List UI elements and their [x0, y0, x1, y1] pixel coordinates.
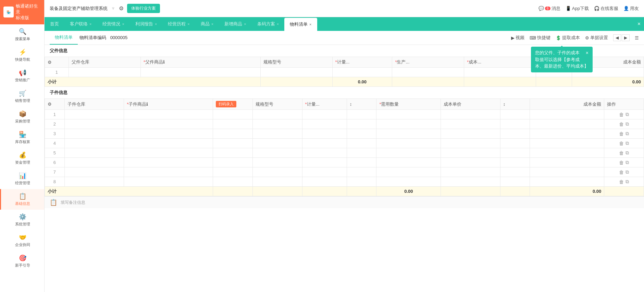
child-row-8-unit[interactable] — [302, 177, 347, 187]
child-row-8-goods[interactable] — [124, 177, 213, 187]
tab-bar-close-btn[interactable]: × — [634, 17, 644, 31]
child-row-7-warehouse[interactable] — [64, 167, 124, 177]
child-row-6-goods[interactable] — [124, 158, 213, 167]
child-row-1-spec[interactable] — [253, 110, 302, 119]
copy-icon[interactable]: ⧉ — [626, 121, 629, 127]
delete-icon[interactable]: 🗑 — [619, 179, 624, 185]
child-row-1-quantity[interactable] — [376, 110, 441, 119]
child-row-7-goods[interactable] — [124, 167, 213, 177]
toolbar-cost[interactable]: 💲 提取成本 — [556, 35, 580, 41]
tab-barcode[interactable]: 条码方案 × — [252, 17, 284, 31]
nav-prev-btn[interactable]: ◀ — [613, 34, 621, 41]
try-btn[interactable]: 体验行业方案 — [127, 4, 160, 13]
child-row-3-warehouse[interactable] — [64, 129, 124, 139]
child-row-4-spec[interactable] — [253, 139, 302, 148]
customer-service-action[interactable]: 🎧 在线客服 — [594, 5, 618, 12]
child-row-6-unit-cost[interactable] — [441, 158, 500, 167]
copy-icon[interactable]: ⧉ — [626, 140, 629, 146]
child-row-8-unit-cost[interactable] — [441, 177, 500, 187]
sub-tab-bom-list[interactable]: 物料清单 — [50, 31, 78, 45]
child-row-1-warehouse[interactable] — [64, 110, 124, 119]
parent-row-1-spec[interactable] — [260, 68, 332, 77]
delete-icon[interactable]: 🗑 — [619, 160, 624, 165]
tab-operation-status-close[interactable]: × — [122, 22, 124, 26]
child-row-1-unit[interactable] — [302, 110, 347, 119]
tab-operation-status[interactable]: 经营情况 × — [97, 17, 129, 31]
child-row-5-unit[interactable] — [302, 148, 347, 158]
parent-row-1-warehouse[interactable] — [69, 68, 140, 77]
delete-icon[interactable]: 🗑 — [619, 131, 624, 137]
child-row-3-unit-cost[interactable] — [441, 129, 500, 139]
tab-bom-close[interactable]: × — [309, 22, 311, 26]
child-row-5-warehouse[interactable] — [64, 148, 124, 158]
tab-profit[interactable]: 利润报告 × — [130, 17, 162, 31]
child-row-4-unit[interactable] — [302, 139, 347, 148]
sidebar-item-basic[interactable]: 📋 基础信息 — [0, 189, 44, 210]
child-row-6-spec[interactable] — [253, 158, 302, 167]
copy-icon[interactable]: ⧉ — [626, 179, 629, 185]
nav-next-btn[interactable]: ▶ — [622, 34, 630, 41]
child-row-4-quantity[interactable] — [376, 139, 441, 148]
sidebar-item-nav[interactable]: ⚡ 快捷导航 — [0, 45, 44, 66]
child-row-8-spec[interactable] — [253, 177, 302, 187]
child-row-5-goods[interactable] — [124, 148, 213, 158]
copy-icon[interactable]: ⧉ — [626, 169, 629, 175]
child-row-5-quantity[interactable] — [376, 148, 441, 158]
user-action[interactable]: 👤 用友 — [623, 5, 639, 12]
child-row-7-unit-cost[interactable] — [441, 167, 500, 177]
child-row-5-unit-cost[interactable] — [441, 148, 500, 158]
sidebar-item-operation[interactable]: 📊 经营管理 — [0, 168, 44, 189]
sidebar-item-collab[interactable]: 🤝 企业协同 — [0, 230, 44, 251]
scan-btn[interactable]: 扫码录入 — [216, 101, 236, 107]
parent-row-1-unit[interactable] — [332, 68, 392, 77]
message-action[interactable]: 💬 6 消息 — [538, 5, 560, 12]
delete-icon[interactable]: 🗑 — [619, 170, 624, 175]
child-row-2-unit-cost[interactable] — [441, 119, 500, 129]
child-row-3-goods[interactable] — [124, 129, 213, 139]
parent-row-1-production[interactable] — [392, 68, 464, 77]
tooltip-close-btn[interactable]: × — [586, 49, 589, 57]
child-row-1-unit-cost[interactable] — [441, 110, 500, 119]
child-row-6-warehouse[interactable] — [64, 158, 124, 167]
sidebar-item-search[interactable]: 🔍 搜索菜单 — [0, 24, 44, 45]
child-row-3-spec[interactable] — [253, 129, 302, 139]
tab-customer-close[interactable]: × — [89, 22, 91, 26]
sidebar-item-purchase[interactable]: 📦 采购管理 — [0, 107, 44, 127]
tab-bom[interactable]: 物料清单 × — [284, 18, 317, 31]
child-row-3-unit[interactable] — [302, 129, 347, 139]
delete-icon[interactable]: 🗑 — [619, 141, 624, 146]
parent-row-1-goods[interactable] — [140, 68, 260, 77]
child-row-7-quantity[interactable] — [376, 167, 441, 177]
tab-history[interactable]: 经营历程 × — [162, 17, 195, 31]
child-row-2-quantity[interactable] — [376, 119, 441, 129]
child-row-3-quantity[interactable] — [376, 129, 441, 139]
delete-icon[interactable]: 🗑 — [619, 112, 624, 117]
tab-barcode-close[interactable]: × — [277, 22, 279, 26]
tab-profit-close[interactable]: × — [155, 22, 157, 26]
child-row-2-unit[interactable] — [302, 119, 347, 129]
child-row-5-spec[interactable] — [253, 148, 302, 158]
tab-goods[interactable]: 商品 × — [195, 17, 219, 31]
child-row-4-warehouse[interactable] — [64, 139, 124, 148]
toolbar-video[interactable]: ▶ 视频 — [511, 35, 524, 41]
child-col-settings[interactable]: ⚙ — [45, 99, 65, 110]
child-row-4-unit-cost[interactable] — [441, 139, 500, 148]
child-row-8-warehouse[interactable] — [64, 177, 124, 187]
tab-new-goods-close[interactable]: × — [244, 22, 246, 26]
sidebar-item-system[interactable]: ⚙️ 系统管理 — [0, 210, 44, 230]
toolbar-list-view[interactable]: ☰ — [635, 35, 639, 40]
sidebar-item-marketing[interactable]: 📢 营销推广 — [0, 66, 44, 86]
toolbar-settings[interactable]: ⚙ 单据设置 — [585, 35, 608, 41]
sidebar-item-sales[interactable]: 🛒 销售管理 — [0, 86, 44, 107]
child-row-4-goods[interactable] — [124, 139, 213, 148]
child-row-2-warehouse[interactable] — [64, 119, 124, 129]
toolbar-shortcut[interactable]: ⌨ 快捷键 — [530, 35, 550, 41]
child-row-7-unit[interactable] — [302, 167, 347, 177]
settings-gear-icon[interactable]: ⚙ — [119, 5, 124, 12]
child-row-2-spec[interactable] — [253, 119, 302, 129]
app-download-action[interactable]: 📱 App下载 — [566, 5, 589, 12]
delete-icon[interactable]: 🗑 — [619, 150, 624, 156]
tab-history-close[interactable]: × — [187, 22, 189, 26]
copy-icon[interactable]: ⧉ — [626, 150, 629, 156]
child-row-2-goods[interactable] — [124, 119, 213, 129]
